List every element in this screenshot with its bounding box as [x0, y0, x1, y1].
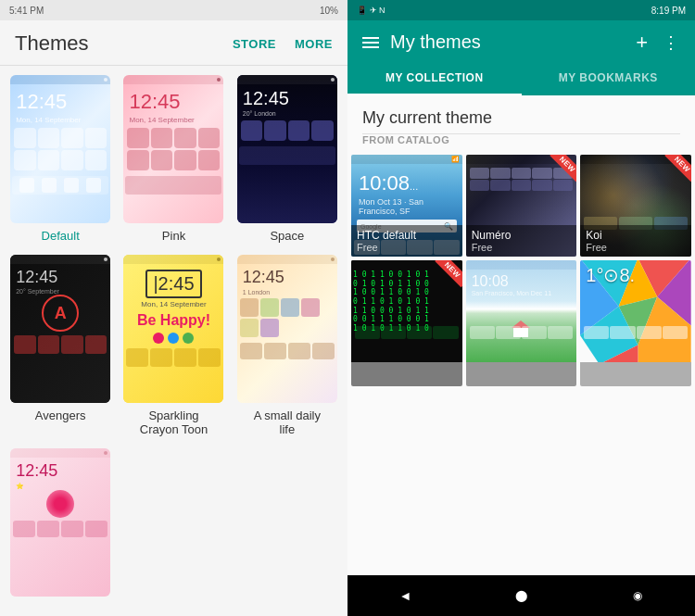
- theme-thumb-daily: 12:45 1 London: [237, 255, 337, 403]
- catalog-item-koi[interactable]: Koi Free: [580, 155, 691, 257]
- my-themes-title: My themes: [390, 31, 481, 53]
- catalog-info-landscape: [466, 362, 577, 386]
- catalog-item-htc[interactable]: 📶 10:08... Mon Oct 13 · San Francisco, S…: [351, 155, 462, 257]
- left-header: Themes STORE MORE: [0, 20, 348, 66]
- theme-item-flower[interactable]: 12:45 ⭐: [7, 448, 113, 607]
- add-theme-button[interactable]: +: [636, 32, 648, 53]
- theme-item-daily[interactable]: 12:45 1 London: [234, 255, 340, 441]
- right-status-bar: 📱 ✈ N 8:19 PM: [348, 0, 695, 20]
- theme-thumb-default: 12:45 Mon, 14 September: [10, 75, 110, 223]
- catalog-price-koi: Free: [586, 242, 686, 253]
- hamburger-line-2: [362, 42, 379, 44]
- theme-label-crayon: Sparkling Crayon Toon: [140, 409, 208, 436]
- theme-thumb-crayon: |2:45 Mon, 14 September Be Happy!: [123, 255, 223, 403]
- catalog-info-numero: Numéro Free: [466, 225, 577, 257]
- recents-icon: ◉: [633, 589, 642, 602]
- catalog-name-htc: HTC default: [357, 229, 457, 242]
- back-button[interactable]: ◄: [383, 579, 429, 612]
- from-catalog-label: FROM CATALOG: [348, 134, 695, 155]
- left-status-bar: 5:41 PM 10%: [0, 0, 348, 20]
- back-icon: ◄: [399, 588, 412, 603]
- right-panel: 📱 ✈ N 8:19 PM My themes + ⋮ MY COLLECTIO…: [348, 0, 695, 616]
- theme-item-avengers[interactable]: 12:45 20° September A Avengers: [7, 255, 113, 441]
- theme-item-space[interactable]: 12:45 20° London: [234, 75, 340, 247]
- catalog-info-htc: HTC default Free: [351, 225, 462, 257]
- catalog-info-koi: Koi Free: [580, 225, 691, 257]
- more-button[interactable]: MORE: [295, 37, 333, 51]
- new-badge-numero: [545, 155, 576, 186]
- catalog-info-matrix: [351, 362, 462, 386]
- theme-label-space: Space: [270, 229, 304, 243]
- catalog-item-numero[interactable]: Numéro Free: [466, 155, 577, 257]
- catalog-thumb-landscape: 10:08 San Francisco, Mon Dec 11: [466, 260, 577, 362]
- theme-item-crayon[interactable]: |2:45 Mon, 14 September Be Happy!: [120, 255, 226, 441]
- theme-label-avengers: Avengers: [35, 409, 86, 422]
- hamburger-menu-button[interactable]: [362, 37, 379, 48]
- right-status-left: 📱 ✈ N: [357, 6, 385, 15]
- hamburger-line-1: [362, 37, 379, 39]
- tab-my-bookmarks[interactable]: MY BOOKMARKS: [522, 62, 696, 95]
- theme-thumb-pink: 12:45 Mon, 14 September: [123, 75, 223, 223]
- catalog-thumb-colorful: 1°⊙8.: [580, 260, 691, 362]
- left-header-actions: STORE MORE: [233, 37, 333, 51]
- left-time: 5:41 PM: [9, 6, 44, 16]
- theme-thumb-space: 12:45 20° London: [237, 75, 337, 223]
- theme-label-pink: Pink: [162, 229, 185, 243]
- right-time: 8:19 PM: [651, 6, 686, 16]
- new-badge-matrix: [431, 260, 462, 292]
- theme-label-daily: A small daily life: [254, 409, 321, 436]
- themes-title: Themes: [15, 31, 88, 56]
- tab-my-collection[interactable]: MY COLLECTION: [348, 62, 522, 95]
- new-badge-koi: [660, 155, 691, 186]
- catalog-info-colorful: [580, 362, 691, 386]
- left-panel: 5:41 PM 10% Themes STORE MORE 12:45 Mon,…: [0, 0, 348, 616]
- theme-item-default[interactable]: 12:45 Mon, 14 September: [7, 75, 113, 247]
- catalog-price-htc: Free: [357, 242, 457, 253]
- current-theme-title: My current theme: [348, 95, 695, 133]
- theme-thumb-avengers: 12:45 20° September A: [10, 255, 110, 403]
- themes-grid: 12:45 Mon, 14 September: [0, 66, 348, 616]
- right-header-left: My themes: [362, 31, 481, 53]
- right-content: My current theme FROM CATALOG 📶 10:08...…: [348, 95, 695, 575]
- catalog-name-koi: Koi: [586, 229, 686, 242]
- catalog-item-landscape[interactable]: 10:08 San Francisco, Mon Dec 11: [466, 260, 577, 386]
- theme-thumb-flower: 12:45 ⭐: [10, 448, 110, 597]
- tabs-bar: MY COLLECTION MY BOOKMARKS: [348, 62, 695, 95]
- right-header: My themes + ⋮: [348, 20, 695, 62]
- store-button[interactable]: STORE: [233, 37, 276, 51]
- right-header-actions: + ⋮: [636, 32, 680, 53]
- home-button[interactable]: ⬤: [499, 579, 545, 612]
- overflow-menu-button[interactable]: ⋮: [663, 32, 680, 53]
- left-battery: 10%: [320, 6, 338, 16]
- catalog-item-matrix[interactable]: 1 0 1 1 0 0 1 0 1 0 1 0 1 0 1 1 0 0 1 0 …: [351, 260, 462, 386]
- bottom-nav: ◄ ⬤ ◉: [348, 575, 695, 616]
- theme-label-default: Default: [42, 229, 80, 243]
- hamburger-line-3: [362, 46, 379, 48]
- catalog-name-numero: Numéro: [472, 229, 572, 242]
- catalog-grid: 📶 10:08... Mon Oct 13 · San Francisco, S…: [348, 155, 695, 390]
- catalog-item-colorful[interactable]: 1°⊙8.: [580, 260, 691, 386]
- theme-item-pink[interactable]: 12:45 Mon, 14 September: [120, 75, 226, 247]
- home-icon: ⬤: [515, 589, 527, 602]
- recents-button[interactable]: ◉: [614, 579, 661, 612]
- catalog-price-numero: Free: [472, 242, 572, 253]
